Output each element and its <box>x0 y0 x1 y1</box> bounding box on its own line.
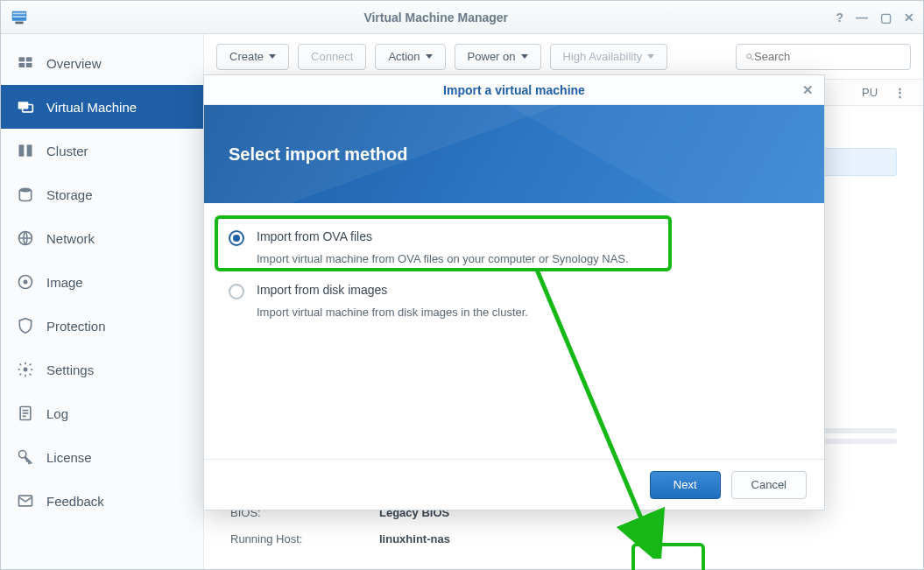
connect-label: Connect <box>311 50 353 63</box>
option-import-ova[interactable]: Import from OVA files Import virtual mac… <box>225 221 803 274</box>
toolbar: Create Connect Action Power on High Avai… <box>204 34 923 80</box>
chevron-down-icon <box>269 54 276 59</box>
dialog-title: Import a virtual machine <box>443 83 585 97</box>
action-label: Action <box>388 50 420 63</box>
svg-point-15 <box>24 280 28 285</box>
sidebar-item-settings[interactable]: Settings <box>1 348 203 391</box>
sidebar-item-label: Overview <box>46 56 102 71</box>
chevron-down-icon <box>647 54 654 59</box>
sidebar-item-network[interactable]: Network <box>1 216 203 260</box>
detail-val-host: linuxhint-nas <box>379 532 450 545</box>
window-titlebar: Virtual Machine Manager ? — ▢ ✕ <box>1 1 923 34</box>
connect-button[interactable]: Connect <box>298 44 366 70</box>
sidebar-item-label: License <box>46 450 92 465</box>
sidebar-item-label: Cluster <box>46 144 88 158</box>
col-5[interactable]: PU <box>862 86 888 99</box>
option-import-disk[interactable]: Import from disk images Import virtual m… <box>225 274 803 327</box>
minimize-icon[interactable]: — <box>856 11 868 25</box>
close-icon[interactable]: ✕ <box>802 82 814 98</box>
option-ova-title: Import from OVA files <box>257 229 629 243</box>
svg-line-24 <box>751 58 753 60</box>
column-options-icon[interactable]: ⋮ <box>888 86 906 99</box>
help-icon[interactable]: ? <box>836 11 843 25</box>
window-title: Virtual Machine Manager <box>36 11 836 25</box>
sidebar-item-license[interactable]: License <box>1 435 203 479</box>
sidebar-item-cluster[interactable]: Cluster <box>1 129 203 172</box>
option-ova-desc: Import virtual machine from OVA files on… <box>257 252 629 265</box>
option-disk-title: Import from disk images <box>257 283 528 297</box>
sidebar-item-feedback[interactable]: Feedback <box>1 479 203 523</box>
radio-disk[interactable] <box>229 284 244 299</box>
sidebar: Overview Virtual Machine Cluster Storage… <box>1 34 204 569</box>
app-icon <box>10 8 29 27</box>
sidebar-item-virtual-machine[interactable]: Virtual Machine <box>1 85 203 129</box>
sidebar-item-storage[interactable]: Storage <box>1 172 203 216</box>
svg-rect-10 <box>19 144 25 156</box>
svg-rect-7 <box>26 63 32 67</box>
dialog-body: Import from OVA files Import virtual mac… <box>204 203 824 459</box>
import-dialog: Import a virtual machine ✕ Select import… <box>203 74 825 510</box>
high-availability-button[interactable]: High Availability <box>550 44 668 70</box>
close-window-icon[interactable]: ✕ <box>904 11 914 25</box>
sidebar-item-label: Image <box>46 275 83 290</box>
svg-rect-6 <box>19 63 25 67</box>
poweron-label: Power on <box>468 50 516 63</box>
sidebar-item-overview[interactable]: Overview <box>1 41 203 85</box>
svg-point-16 <box>24 368 28 372</box>
detail-key-host: Running Host: <box>230 532 379 545</box>
svg-rect-1 <box>13 12 26 14</box>
svg-rect-5 <box>26 57 32 61</box>
sidebar-item-label: Virtual Machine <box>46 100 137 115</box>
sidebar-item-label: Feedback <box>46 494 104 509</box>
dialog-heading: Select import method <box>229 144 407 165</box>
sidebar-item-label: Settings <box>46 362 94 377</box>
chevron-down-icon <box>521 54 528 59</box>
dialog-banner: Select import method <box>204 105 824 203</box>
create-label: Create <box>229 50 264 63</box>
ha-label: High Availability <box>563 50 643 63</box>
search-icon <box>745 51 754 63</box>
svg-rect-11 <box>27 144 32 156</box>
svg-rect-2 <box>13 16 26 18</box>
search-input-wrapper[interactable] <box>736 44 911 70</box>
chevron-down-icon <box>426 54 433 59</box>
svg-rect-4 <box>19 57 25 61</box>
sidebar-item-log[interactable]: Log <box>1 391 203 435</box>
radio-ova[interactable] <box>229 230 244 246</box>
svg-rect-3 <box>15 21 23 24</box>
sidebar-item-protection[interactable]: Protection <box>1 304 203 348</box>
maximize-icon[interactable]: ▢ <box>880 11 892 25</box>
svg-point-23 <box>747 53 751 58</box>
sidebar-item-label: Log <box>46 406 68 421</box>
action-button[interactable]: Action <box>375 44 445 70</box>
svg-point-12 <box>19 188 31 193</box>
option-disk-desc: Import virtual machine from disk images … <box>257 306 528 319</box>
cancel-button[interactable]: Cancel <box>731 471 807 499</box>
sidebar-item-image[interactable]: Image <box>1 260 203 304</box>
dialog-titlebar: Import a virtual machine ✕ <box>204 75 824 105</box>
next-button[interactable]: Next <box>650 471 721 499</box>
poweron-button[interactable]: Power on <box>455 44 541 70</box>
sidebar-item-label: Protection <box>46 319 106 334</box>
dialog-footer: Next Cancel <box>204 459 824 510</box>
sidebar-item-label: Network <box>46 231 95 246</box>
create-button[interactable]: Create <box>216 44 289 70</box>
sidebar-item-label: Storage <box>46 187 93 202</box>
search-input[interactable] <box>754 50 901 63</box>
